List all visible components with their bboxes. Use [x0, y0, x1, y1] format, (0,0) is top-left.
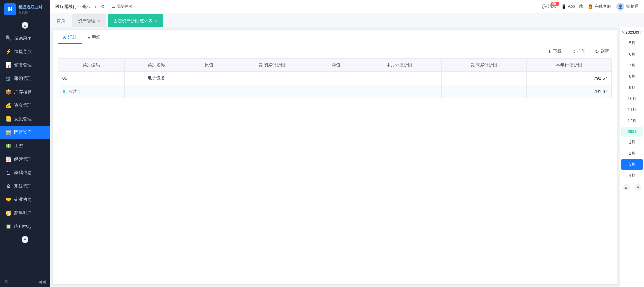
month-5[interactable]: 5月 [620, 38, 644, 49]
collab-icon: 🤝 [5, 197, 11, 203]
company-dropdown-icon[interactable]: ▼ [94, 5, 97, 9]
experience-button[interactable]: ☁ 我要体验一下 [111, 4, 141, 9]
user-button[interactable]: 👤 畅捷通 [616, 3, 639, 11]
month-10[interactable]: 10月 [620, 93, 644, 104]
month-12[interactable]: 12月 [620, 116, 644, 127]
row-annual-depr: 791.67 [527, 72, 612, 85]
app-download-button[interactable]: 📱 App下载 [561, 4, 583, 9]
print-icon: 🖨 [571, 49, 576, 54]
date-panel-title: 2023.03 [626, 30, 639, 34]
quicknav-icon: ⚡ [5, 49, 11, 55]
tab-depreciation-table[interactable]: 固定资产折旧统计表 ✕ [108, 14, 163, 27]
settings-icon[interactable]: ⚙ [4, 279, 8, 284]
total-name [125, 85, 188, 98]
tab-home[interactable]: 首页 [51, 14, 71, 27]
row-net-value [315, 72, 357, 85]
month-8[interactable]: 8月 [620, 71, 644, 82]
search-icon: 🔍 [5, 35, 11, 41]
sidebar-item-system[interactable]: ⚙ 系统管理 [0, 180, 50, 193]
online-service-button[interactable]: 💁 在线客服 [588, 4, 611, 9]
sub-tab-summary[interactable]: ⊙ 汇总 [58, 32, 82, 44]
sidebar-item-inventory[interactable]: 📦 库存核算 [0, 85, 50, 99]
sub-tabs: ⊙ 汇总 ≡ 明细 [53, 30, 617, 44]
summary-icon: ⊙ [63, 35, 66, 40]
date-nav: ▲ ▼ [620, 181, 644, 193]
fixed-assets-icon: 🏢 [5, 129, 11, 135]
row-initial-depr [230, 72, 315, 85]
total-icon: ⊞ [62, 89, 65, 93]
download-icon: ⬇ [548, 49, 552, 54]
date-nav-up[interactable]: ▲ [623, 184, 630, 191]
sidebar-item-collab[interactable]: 🤝 企业协同 [0, 193, 50, 206]
col-monthly-depr: 本月计提折旧 [357, 59, 442, 72]
topbar: 医疗器械行业演示 ▼ ⚙ ☁ 我要体验一下 💬 消息 99+ 📱 App下载 💁… [50, 0, 644, 13]
inventory-icon: 📦 [5, 89, 11, 95]
date-nav-down[interactable]: ▼ [635, 184, 641, 191]
month-2023-1[interactable]: 1月 [620, 137, 644, 148]
month-2023-4[interactable]: 4月 [620, 170, 644, 181]
content-area: ⊙ 汇总 ≡ 明细 ⬇ 下载 🖨 打印 ↻ [53, 30, 617, 284]
scroll-down[interactable]: ▼ [0, 233, 50, 246]
sidebar-item-apps[interactable]: 🔲 应用中心 [0, 220, 50, 233]
sidebar-item-ledger[interactable]: 📒 总账管理 [0, 112, 50, 126]
company-name: 医疗器械行业演示 [55, 4, 90, 10]
month-7[interactable]: 7月 [620, 60, 644, 71]
tab-asset-management[interactable]: 资产管理 ✕ [72, 14, 106, 27]
cloud-icon: ☁ [111, 4, 115, 9]
month-9[interactable]: 9月 [620, 82, 644, 93]
tabs-bar: 首页 资产管理 ✕ 固定资产折旧统计表 ✕ [50, 13, 644, 27]
print-button[interactable]: 🖨 打印 [569, 47, 588, 56]
tab-depreciation-close[interactable]: ✕ [155, 19, 158, 23]
panel-expand-button[interactable]: ⤢ [639, 30, 643, 35]
sub-tab-detail[interactable]: ≡ 明细 [83, 32, 105, 44]
sidebar-item-payroll[interactable]: 💵 工资 [0, 139, 50, 153]
refresh-button[interactable]: ↻ 刷新 [592, 47, 612, 56]
total-row: ⊞ 合计： 791.67 [58, 85, 612, 98]
settings-button[interactable]: ⚙ [101, 4, 105, 10]
apps-icon: 🔲 [5, 224, 11, 230]
date-panel-header: ✕ 2023.03 ⤢ [620, 27, 644, 38]
sidebar: 财 畅捷通好业财 普及版 ▲ 🔍 搜索菜单 ⚡ 快捷导航 📊 销售管理 🛒 采购… [0, 0, 50, 287]
collapse-icon[interactable]: ◀◀ [38, 279, 46, 284]
sidebar-item-search[interactable]: 🔍 搜索菜单 [0, 31, 50, 45]
content-outer: ⊙ 汇总 ≡ 明细 ⬇ 下载 🖨 打印 ↻ [50, 27, 644, 287]
depreciation-table: 类别编码 类别名称 原值 期初累计折旧 净值 本月计提折旧 期末累计折旧 本年计… [58, 58, 612, 98]
col-initial-depr: 期初累计折旧 [230, 59, 315, 72]
row-original [188, 72, 230, 85]
sidebar-item-sales[interactable]: 📊 销售管理 [0, 58, 50, 72]
month-2023-3[interactable]: 3月 [621, 159, 643, 170]
sidebar-item-basic-info[interactable]: 🗂 基础信息 [0, 166, 50, 180]
panel-close-button[interactable]: ✕ [621, 30, 625, 35]
sidebar-item-purchase[interactable]: 🛒 采购管理 [0, 72, 50, 85]
sidebar-item-fixed-assets[interactable]: 🏢 固定资产 [0, 126, 50, 139]
sidebar-item-funds[interactable]: 💰 资金管理 [0, 99, 50, 112]
download-button[interactable]: ⬇ 下载 [545, 47, 564, 56]
col-end-depr: 期末累计折旧 [442, 59, 527, 72]
logo-icon: 财 [4, 3, 16, 15]
logo-text: 畅捷通好业财 普及版 [18, 4, 42, 15]
ledger-icon: 📒 [5, 116, 11, 122]
month-11[interactable]: 11月 [620, 104, 644, 116]
tab-asset-management-close[interactable]: ✕ [97, 19, 100, 23]
message-icon: 💬 [542, 4, 547, 9]
total-monthly-depr [357, 85, 442, 98]
messages-button[interactable]: 💬 消息 99+ [542, 4, 556, 9]
main-area: 医疗器械行业演示 ▼ ⚙ ☁ 我要体验一下 💬 消息 99+ 📱 App下载 💁… [50, 0, 644, 287]
table-toolbar: ⬇ 下载 🖨 打印 ↻ 刷新 [53, 44, 617, 58]
month-2023-2[interactable]: 2月 [620, 148, 644, 159]
sidebar-item-guide[interactable]: 🧭 新手引导 [0, 206, 50, 220]
funds-icon: 💰 [5, 102, 11, 108]
sales-icon: 📊 [5, 62, 11, 68]
date-panel: ✕ 2023.03 ⤢ 5月 6月 7月 8月 9月 10月 11月 12月 2… [620, 27, 644, 287]
total-label: ⊞ 合计： [58, 85, 125, 98]
month-6[interactable]: 6月 [620, 49, 644, 60]
scroll-up[interactable]: ▲ [0, 19, 50, 31]
topbar-right: 💬 消息 99+ 📱 App下载 💁 在线客服 👤 畅捷通 [542, 3, 639, 11]
sidebar-item-quicknav[interactable]: ⚡ 快捷导航 [0, 45, 50, 58]
col-annual-depr: 本年计提折旧 [527, 59, 612, 72]
sidebar-item-operations[interactable]: 📈 经营管理 [0, 153, 50, 166]
payroll-icon: 💵 [5, 143, 11, 149]
purchase-icon: 🛒 [5, 75, 11, 82]
row-name: 电子设备 [125, 72, 188, 85]
col-original: 原值 [188, 59, 230, 72]
